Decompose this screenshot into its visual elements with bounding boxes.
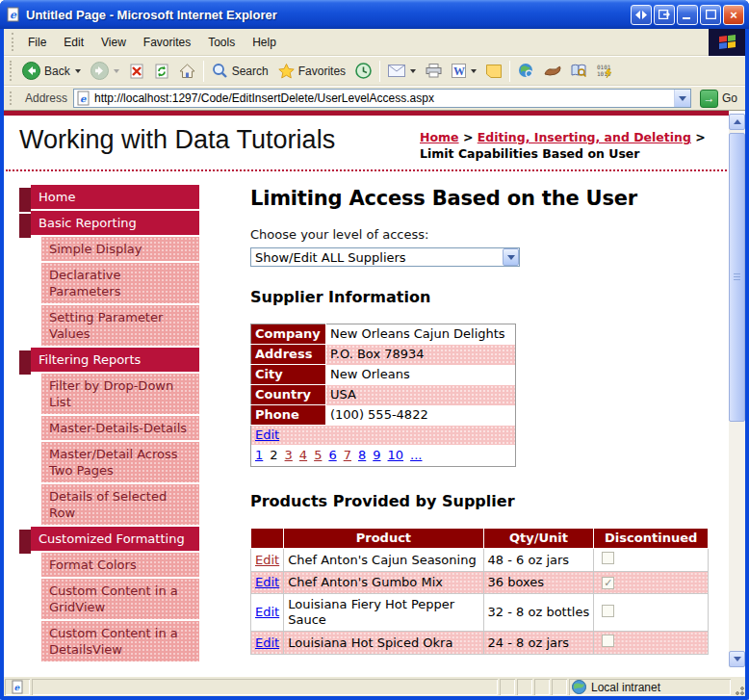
sidebar-item-customized-formatting[interactable]: Customized Formatting xyxy=(31,527,199,551)
sidebar-item-details-of-selected-row[interactable]: Details of Selected Row xyxy=(41,484,199,525)
back-dropdown-icon[interactable] xyxy=(75,69,81,73)
breadcrumb-section-link[interactable]: Editing, Inserting, and Deleting xyxy=(478,130,691,144)
back-button[interactable]: Back xyxy=(17,59,86,83)
edit-with-word-button[interactable]: W xyxy=(447,61,481,81)
discontinued-checkbox xyxy=(602,635,614,647)
row-edit-link[interactable]: Edit xyxy=(255,553,279,567)
supplier-edit-link[interactable]: Edit xyxy=(255,428,279,442)
home-icon xyxy=(179,64,195,79)
address-input[interactable]: e http://localhost:1297/Code/EditInsertD… xyxy=(73,89,691,108)
qty-per-unit: 48 - 6 oz jars xyxy=(483,549,594,572)
refresh-icon xyxy=(154,64,169,79)
toolbar-separator-3 xyxy=(509,61,510,82)
access-level-select[interactable]: Show/Edit ALL Suppliers xyxy=(250,247,520,267)
pager-page-7[interactable]: 7 xyxy=(344,448,351,462)
addon-globe-button[interactable] xyxy=(513,60,539,82)
toolbar-grip-2[interactable] xyxy=(10,61,13,80)
row-edit-link[interactable]: Edit xyxy=(255,575,279,589)
sidebar-item-format-colors[interactable]: Format Colors xyxy=(41,553,199,577)
table-row: Phone (100) 555-4822 xyxy=(251,405,516,426)
forward-button[interactable] xyxy=(86,59,124,83)
sidebar-item-custom-content-detailsview[interactable]: Custom Content in a DetailsView xyxy=(41,621,199,661)
scroll-up-button[interactable] xyxy=(729,114,745,130)
sidebar-item-filtering-reports[interactable]: Filtering Reports xyxy=(31,348,199,372)
scroll-thumb[interactable] xyxy=(729,133,745,422)
sidebar-item-home[interactable]: Home xyxy=(31,185,199,209)
sidebar-item-simple-display[interactable]: Simple Display xyxy=(41,237,199,261)
toolbar-grip[interactable] xyxy=(12,33,15,51)
favorites-button[interactable]: Favorites xyxy=(273,61,350,82)
history-button[interactable] xyxy=(350,60,376,82)
address-dropdown-button[interactable] xyxy=(674,90,690,107)
messenger-button[interactable] xyxy=(481,62,506,81)
go-button[interactable]: → Go xyxy=(696,89,741,109)
vertical-scrollbar[interactable] xyxy=(729,114,745,667)
scroll-down-button[interactable] xyxy=(729,651,745,667)
product-name: Louisiana Fiery Hot Pepper Sauce xyxy=(284,594,483,632)
arrows-button[interactable] xyxy=(631,5,652,25)
edit-dropdown-icon[interactable] xyxy=(471,69,477,73)
mail-dropdown-icon[interactable] xyxy=(410,69,416,73)
menu-tools[interactable]: Tools xyxy=(199,32,244,53)
breadcrumb-current: Limit Capabilities Based on User xyxy=(420,145,713,162)
url-text[interactable]: http://localhost:1297/Code/EditInsertDel… xyxy=(94,91,674,105)
addon-animal-button[interactable] xyxy=(539,62,566,80)
maximize-button[interactable] xyxy=(700,5,721,25)
products-section-title: Products Provided by Supplier xyxy=(250,492,713,510)
addon-binary-button[interactable]: 01011010 xyxy=(592,61,617,81)
select-dropdown-button[interactable] xyxy=(503,248,519,266)
main-content: Limiting Access Based on the User Choose… xyxy=(250,187,713,663)
access-level-prompt: Choose your level of access: xyxy=(250,227,713,242)
pager-page-6[interactable]: 6 xyxy=(328,448,336,462)
sidebar-item-basic-reporting[interactable]: Basic Reporting xyxy=(31,211,199,235)
table-row: City New Orleans xyxy=(251,365,516,385)
resize-grip[interactable] xyxy=(732,677,745,696)
breadcrumb-separator-2: > xyxy=(695,130,705,144)
menu-edit[interactable]: Edit xyxy=(55,32,92,53)
sidebar-item-custom-content-gridview[interactable]: Custom Content in a GridView xyxy=(41,579,199,619)
menu-bar: File Edit View Favorites Tools Help xyxy=(4,29,745,56)
sidebar-item-master-details-details[interactable]: Master-Details-Details xyxy=(41,416,199,440)
pager: 12345678910... xyxy=(251,445,516,467)
mail-button[interactable] xyxy=(383,62,421,80)
pager-page-4[interactable]: 4 xyxy=(299,448,307,462)
field-label: Address xyxy=(251,345,326,365)
breadcrumb-home-link[interactable]: Home xyxy=(420,130,459,144)
refresh-button[interactable] xyxy=(149,61,174,82)
print-button[interactable] xyxy=(421,61,447,81)
pager-page-3[interactable]: 3 xyxy=(285,448,293,462)
pager-page-8[interactable]: 8 xyxy=(358,448,366,462)
pager-more[interactable]: ... xyxy=(410,448,422,462)
menu-help[interactable]: Help xyxy=(244,32,285,53)
pager-page-9[interactable]: 9 xyxy=(373,448,380,462)
svg-text:e: e xyxy=(10,9,17,21)
sidebar-item-setting-parameter-values[interactable]: Setting Parameter Values xyxy=(41,305,199,346)
field-value: P.O. Box 78934 xyxy=(326,345,516,365)
stop-button[interactable] xyxy=(124,61,149,82)
row-edit-link[interactable]: Edit xyxy=(255,605,279,619)
toolbar-grip-3[interactable] xyxy=(10,91,13,105)
row-edit-link[interactable]: Edit xyxy=(255,635,279,650)
status-document-pane: e xyxy=(5,679,30,695)
menu-view[interactable]: View xyxy=(92,32,135,53)
go-label: Go xyxy=(722,91,737,105)
popout-button[interactable] xyxy=(654,5,675,25)
title-bar[interactable]: e Untitled Page - Microsoft Internet Exp… xyxy=(0,0,749,29)
addon-book-button[interactable] xyxy=(566,61,592,81)
pager-page-1[interactable]: 1 xyxy=(255,448,263,462)
menu-file[interactable]: File xyxy=(19,32,55,53)
qty-per-unit: 36 boxes xyxy=(483,572,594,594)
minimize-button[interactable] xyxy=(677,5,698,25)
close-button[interactable]: × xyxy=(723,5,744,25)
pager-page-10[interactable]: 10 xyxy=(388,448,404,462)
status-page-icon: e xyxy=(12,680,24,694)
sidebar-item-filter-by-dropdown-list[interactable]: Filter by Drop-Down List xyxy=(41,374,199,414)
menu-favorites[interactable]: Favorites xyxy=(135,32,199,53)
sidebar-item-declarative-parameters[interactable]: Declarative Parameters xyxy=(41,263,199,303)
toolbar-separator-2 xyxy=(379,61,380,82)
search-button[interactable]: Search xyxy=(207,60,273,82)
home-button[interactable] xyxy=(174,61,200,82)
pager-page-5[interactable]: 5 xyxy=(314,448,322,462)
sidebar-item-master-detail-two-pages[interactable]: Master/Detail Across Two Pages xyxy=(41,442,199,482)
page-viewport: Working with Data Tutorials Home > Editi… xyxy=(4,111,745,676)
